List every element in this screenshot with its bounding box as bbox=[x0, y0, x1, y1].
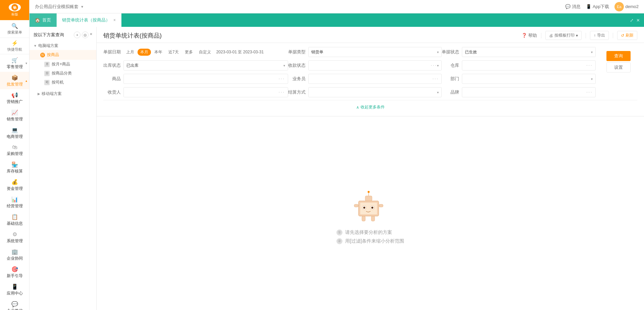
sidebar-item-enterprise[interactable]: 🏢 企业协同 bbox=[0, 246, 29, 263]
date-tab-thismonth[interactable]: 本月 bbox=[138, 49, 151, 56]
retail-label: 零售管理 bbox=[7, 64, 23, 70]
tab-sales-stat[interactable]: 销货单统计表（按商品） × bbox=[57, 13, 121, 27]
tab-home[interactable]: 🏠 首页 bbox=[30, 13, 57, 27]
marketing-label: 营销推广 bbox=[7, 99, 23, 105]
ecom-icon: 💻 bbox=[11, 127, 18, 133]
collapse-filter-label: 收起更多条件 bbox=[361, 104, 385, 110]
filter-brand: 品牌 ··· bbox=[442, 87, 596, 97]
sidebar-item-sales[interactable]: 📈 销售管理 bbox=[0, 107, 29, 124]
sidebar-item-purchase[interactable]: 🛍 采购管理 bbox=[0, 142, 29, 159]
warehouse-dots: ··· bbox=[586, 62, 593, 68]
topbar-left: 办公用品行业模拟账套 ▾ bbox=[35, 4, 83, 10]
sidebar-quicknav[interactable]: ⚡ 快捷导航 bbox=[0, 38, 29, 54]
bill-status-arrow: ▾ bbox=[591, 50, 593, 54]
settlement-select[interactable]: ▾ bbox=[308, 87, 442, 97]
scheme-sub-item-category[interactable]: 分 按商品分类 bbox=[30, 69, 96, 78]
date-tab-thisyear[interactable]: 本年 bbox=[152, 49, 165, 56]
filter-receiver: 收货人 ··· bbox=[103, 87, 288, 97]
panel-header-actions: + ◎ « bbox=[74, 32, 92, 38]
sidebar-item-guide[interactable]: 🎯 新手引导 bbox=[0, 263, 29, 281]
main-area: 办公用品行业模拟账套 ▾ 💬 消息 📱 App下载 Ea demo2 bbox=[30, 0, 644, 310]
filter-payment-status: 收款状态 ··· ▾ bbox=[288, 60, 442, 70]
sidebar-item-wechat[interactable]: 💬 企业微信 bbox=[0, 298, 29, 310]
sidebar-item-wholesale[interactable]: 📦 批发管理 ▴ bbox=[0, 72, 29, 89]
bill-type-select[interactable]: 销货单 ▾ bbox=[308, 47, 442, 57]
payment-status-select[interactable]: ··· ▾ bbox=[308, 60, 442, 70]
receiver-control: ··· bbox=[123, 87, 288, 97]
sidebar-item-inventory[interactable]: 🏪 库存核算 bbox=[0, 159, 29, 176]
operation-icon: 📊 bbox=[11, 196, 18, 203]
filter-row-2: 出库状态 已出库 ▾ 收款状态 bbox=[103, 60, 596, 70]
tab-home-label: 首页 bbox=[42, 17, 51, 23]
divider2 bbox=[586, 33, 586, 38]
sidebar-item-operation[interactable]: 📊 经营管理 bbox=[0, 194, 29, 211]
collapse-panel-btn[interactable]: « bbox=[90, 32, 92, 38]
warehouse-select[interactable]: ··· bbox=[462, 60, 596, 70]
department-control: ▾ bbox=[462, 74, 596, 84]
filter-row-4: 收货人 ··· 结算方式 bbox=[103, 87, 596, 97]
app-download-action[interactable]: 📱 App下载 bbox=[586, 4, 609, 10]
ecom-label: 电商管理 bbox=[7, 134, 23, 140]
month-product-icon: 月 bbox=[44, 62, 50, 67]
bill-status-select[interactable]: 已生效 ▾ bbox=[462, 47, 596, 57]
salesperson-select[interactable]: ··· bbox=[308, 74, 442, 84]
help-btn[interactable]: ❓ 帮助 bbox=[522, 33, 537, 39]
enterprise-label: 企业协同 bbox=[7, 256, 23, 261]
query-btn[interactable]: 查询 bbox=[606, 51, 631, 61]
mobile-group-arrow: ▶ bbox=[38, 92, 40, 96]
topbar-dropdown-arrow[interactable]: ▾ bbox=[81, 4, 83, 9]
receiver-select[interactable]: ··· bbox=[123, 87, 288, 97]
filter-area: 单据日期 上月 本月 本年 近7天 更多 自定义 bbox=[97, 43, 644, 116]
guide-icon: 🎯 bbox=[11, 266, 18, 272]
app-center-label: 应用中心 bbox=[7, 291, 23, 296]
date-tab-lastmonth[interactable]: 上月 bbox=[123, 49, 137, 56]
scheme-sub-item-cashier[interactable]: 司 按司机 bbox=[30, 78, 96, 87]
sidebar-item-finance[interactable]: 💰 资金管理 bbox=[0, 176, 29, 194]
add-scheme-btn[interactable]: + bbox=[74, 32, 80, 38]
sidebar-search[interactable]: 🔍 搜索菜单 bbox=[0, 20, 29, 38]
tab-close-icon[interactable]: × bbox=[113, 18, 116, 22]
refresh-btn[interactable]: ↺ 刷新 bbox=[617, 31, 637, 40]
filter-department: 部门 ▾ bbox=[442, 74, 596, 84]
date-tab-custom[interactable]: 自定义 bbox=[196, 49, 214, 56]
scheme-sub-item-month-product[interactable]: 月 按月+商品 bbox=[30, 60, 96, 69]
sidebar-item-basic[interactable]: 📋 基础信息 bbox=[0, 211, 29, 228]
department-select[interactable]: ▾ bbox=[462, 74, 596, 84]
edit-scheme-btn[interactable]: ◎ bbox=[82, 32, 89, 38]
brand-label: 品牌 bbox=[442, 89, 462, 95]
sidebar-item-app-center[interactable]: 📱 应用中心 bbox=[0, 281, 29, 298]
date-tab-more[interactable]: 更多 bbox=[182, 49, 196, 56]
user-name: demo2 bbox=[625, 4, 639, 9]
salesperson-control: ··· bbox=[308, 74, 442, 84]
scheme-group-pc: ▼ 电脑端方案 按 按商品 月 按月+商品 分 按商品分类 bbox=[30, 40, 96, 88]
scheme-item-by-product[interactable]: 按 按商品 bbox=[30, 50, 96, 60]
pc-group-header[interactable]: ▼ 电脑端方案 bbox=[30, 42, 96, 50]
sidebar-item-marketing[interactable]: 📢 营销推广 bbox=[0, 89, 29, 107]
print-btn[interactable]: 🖨 按模板打印 ▾ bbox=[545, 31, 582, 40]
collapse-filter-btn[interactable]: ∧ 收起更多条件 bbox=[103, 102, 637, 112]
brand-select[interactable]: ··· bbox=[462, 87, 596, 97]
date-tab-7days[interactable]: 近7天 bbox=[166, 49, 181, 56]
cashier-label: 按司机 bbox=[52, 80, 64, 85]
inventory-label: 库存核算 bbox=[7, 168, 23, 174]
user-profile[interactable]: Ea demo2 bbox=[614, 2, 639, 11]
home-icon: 🏠 bbox=[35, 18, 40, 23]
sidebar-item-retail[interactable]: 🛒 零售管理 ▾ bbox=[0, 54, 29, 72]
empty-tips: ① 请先选择要分析的方案 ② 用[过滤]条件来缩小分析范围 bbox=[336, 229, 404, 244]
messages-action[interactable]: 💬 消息 bbox=[565, 4, 581, 10]
sidebar-item-ecom[interactable]: 💻 电商管理 bbox=[0, 124, 29, 142]
mobile-group-header[interactable]: ▶ 移动端方案 bbox=[30, 90, 96, 98]
filter-bill-type: 单据类型 销货单 ▾ bbox=[288, 47, 442, 57]
out-status-select[interactable]: 已出库 ▾ bbox=[123, 60, 288, 70]
export-btn[interactable]: ↑ 导出 bbox=[590, 31, 609, 40]
sidebar-item-system[interactable]: ⚙ 系统管理 bbox=[0, 228, 29, 246]
expand-icon: ⤢ bbox=[630, 18, 634, 23]
app-center-icon: 📱 bbox=[11, 283, 18, 290]
department-arrow: ▾ bbox=[591, 77, 593, 81]
setting-btn[interactable]: 设置 bbox=[606, 62, 631, 72]
wholesale-icon: 📦 bbox=[11, 74, 18, 81]
product-select[interactable]: ··· bbox=[123, 74, 288, 84]
print-icon: 🖨 bbox=[549, 33, 553, 38]
right-panel: 销货单统计表(按商品) ❓ 帮助 🖨 按模板打印 ▾ ↑ bbox=[97, 27, 644, 310]
tabbar-expand[interactable]: ⤢ ✕ bbox=[626, 13, 644, 27]
